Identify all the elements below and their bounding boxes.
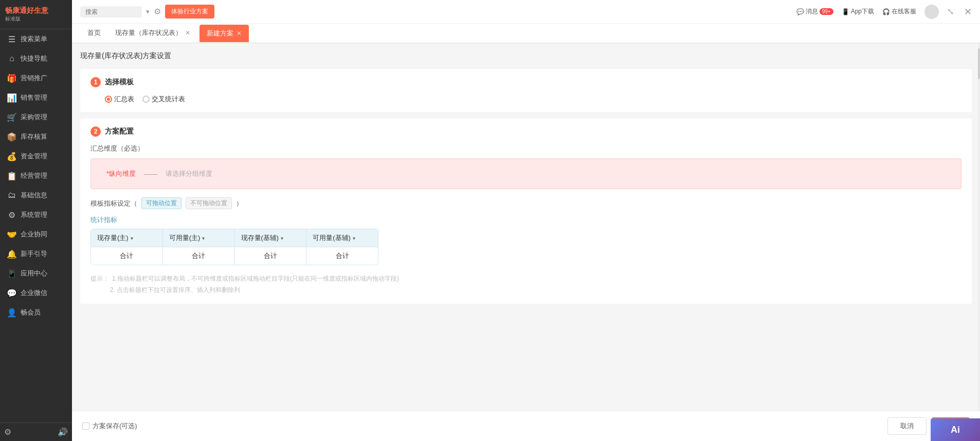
tab-home[interactable]: 首页 (80, 24, 108, 43)
dropdown-icon[interactable]: ▾ (146, 8, 150, 15)
tab-home-label: 首页 (87, 28, 101, 38)
vertical-required: *纵向维度 (106, 169, 136, 178)
app-name: 畅康通好生意 (5, 6, 67, 15)
sidebar-item-label: 快捷导航 (21, 54, 47, 63)
online-service-link[interactable]: 🎧 在线客服 (882, 7, 916, 16)
sidebar: 畅康通好生意 标准版 ☰ 搜索菜单 ⌂ 快捷导航 🎁 营销推广 📊 销售管理 🛒… (0, 0, 72, 441)
stats-data-row: 合计 合计 合计 合计 (91, 247, 378, 265)
page-title: 现存量(库存状况表)方案设置 (80, 51, 972, 61)
chevron-down-col1[interactable]: ▾ (131, 235, 133, 241)
industry-btn[interactable]: 体验行业方案 (165, 5, 214, 19)
chevron-down-col2[interactable]: ▾ (202, 235, 205, 241)
save-option[interactable]: 方案保存(可选) (82, 421, 137, 431)
chevron-down-col3[interactable]: ▾ (281, 235, 283, 241)
section2-title: 方案配置 (105, 127, 134, 136)
tips-section: 提示： 1.拖动标题栏可以调整布局，不可跨维度或指标区域拖动栏目字段(只能在同一… (90, 273, 961, 296)
stats-header-col3[interactable]: 现存量(基辅) ▾ (235, 229, 307, 247)
indicator-settings-row: 模板指标设定（ 可拖动位置 不可拖动位置 ） (90, 197, 961, 209)
search-input[interactable] (80, 6, 142, 17)
stats-header-col1[interactable]: 现存量(主) ▾ (91, 229, 163, 247)
sidebar-footer: ⚙ 🔊 (0, 422, 72, 441)
sidebar-item-label: 企业微信 (21, 288, 47, 298)
ai-label: Ai (951, 425, 960, 435)
ai-badge[interactable]: Ai (931, 418, 980, 441)
section1-header: 1 选择模板 (90, 77, 961, 87)
summary-dimension-label: 汇总维度（必选） (90, 144, 961, 153)
sidebar-item-finance[interactable]: 💰 资金管理 (0, 146, 72, 166)
section-scheme-config: 2 方案配置 汇总维度（必选） *纵向维度 —— 请选择分组维度 模板指标设定（… (80, 118, 972, 304)
sidebar-item-app-center[interactable]: 📱 应用中心 (0, 264, 72, 283)
sidebar-item-basic-info[interactable]: 🗂 基础信息 (0, 186, 72, 205)
scroll-indicator[interactable] (978, 43, 980, 411)
stats-col1-label: 现存量(主) (97, 233, 129, 243)
save-checkbox[interactable] (82, 422, 89, 430)
option-summary[interactable]: 汇总表 (105, 95, 134, 104)
tip-spacer (90, 285, 107, 296)
tab-inventory-close[interactable]: ✕ (185, 29, 190, 36)
indicator-close-paren: ） (236, 199, 243, 208)
message-badge: 99+ (820, 8, 833, 15)
tab-new-scheme[interactable]: 新建方案 ✕ (199, 25, 249, 42)
section1-title: 选择模板 (105, 78, 134, 87)
settings-footer-icon[interactable]: ⚙ (4, 427, 11, 437)
app-download-link[interactable]: 📱 App下载 (842, 7, 874, 16)
radio-cross (142, 96, 150, 103)
sidebar-item-label: 资金管理 (21, 152, 47, 161)
stats-data-col3: 合计 (235, 247, 307, 265)
chevron-down-col4[interactable]: ▾ (353, 235, 355, 241)
tip-line1: 提示： 1.拖动标题栏可以调整布局，不可跨维度或指标区域拖动栏目字段(只能在同一… (90, 273, 961, 285)
tip-text2: 2. 点击标题栏下拉可设置排序、插入列和删除列 (110, 285, 240, 296)
non-draggable-badge: 不可拖动位置 (186, 197, 232, 209)
sidebar-item-label: 基础信息 (21, 191, 47, 200)
indicator-settings-text: 模板指标设定（ (90, 199, 137, 208)
stats-data-col4: 合计 (306, 247, 378, 265)
sidebar-item-cooperation[interactable]: 🤝 企业协同 (0, 225, 72, 244)
stats-header-col2[interactable]: 可用量(主) ▾ (163, 229, 235, 247)
tabbar: 首页 现存量（库存状况表） ✕ 新建方案 ✕ (72, 24, 980, 43)
stats-section: 统计指标 现存量(主) ▾ 可用量(主) ▾ 现存量(基辅) (90, 215, 961, 265)
sidebar-item-sales[interactable]: 📊 销售管理 (0, 88, 72, 107)
sidebar-item-wechat[interactable]: 💬 企业微信 (0, 283, 72, 303)
cancel-button[interactable]: 取消 (887, 417, 927, 435)
sidebar-item-label: 采购管理 (21, 113, 47, 122)
sidebar-item-member[interactable]: 👤 畅会员 (0, 303, 72, 322)
audio-footer-icon[interactable]: 🔊 (58, 427, 68, 437)
vertical-divider: —— (144, 170, 157, 178)
stats-header-col4[interactable]: 可用量(基辅) ▾ (306, 229, 378, 247)
sidebar-item-label: 应用中心 (21, 269, 47, 278)
message-area[interactable]: 💬 消息 99+ (796, 7, 833, 16)
sidebar-item-marketing[interactable]: 🎁 营销推广 (0, 68, 72, 88)
sidebar-item-label: 搜索菜单 (21, 34, 47, 44)
tab-new-close[interactable]: ✕ (237, 30, 242, 37)
stats-table: 现存量(主) ▾ 可用量(主) ▾ 现存量(基辅) ▾ 可用量(基辅) (90, 229, 378, 265)
sidebar-item-newbie[interactable]: 🔔 新手引导 (0, 244, 72, 264)
chat-icon: 💬 (7, 288, 16, 298)
sidebar-item-operations[interactable]: 📋 经营管理 (0, 166, 72, 186)
option-summary-label: 汇总表 (114, 95, 134, 104)
user-avatar[interactable] (924, 5, 939, 19)
cart-icon: 🛒 (7, 113, 16, 122)
sidebar-item-purchase[interactable]: 🛒 采购管理 (0, 107, 72, 127)
folder-icon: 🗂 (7, 191, 16, 200)
tab-inventory-status[interactable]: 现存量（库存状况表） ✕ (108, 24, 197, 43)
sidebar-item-label: 库存核算 (21, 132, 47, 141)
stats-header-row: 现存量(主) ▾ 可用量(主) ▾ 现存量(基辅) ▾ 可用量(基辅) (91, 229, 378, 247)
vertical-placeholder[interactable]: 请选择分组维度 (166, 169, 212, 178)
sidebar-item-system[interactable]: ⚙ 系统管理 (0, 205, 72, 225)
dimension-box: *纵向维度 —— 请选择分组维度 (90, 158, 961, 189)
sidebar-item-search-menu[interactable]: ☰ 搜索菜单 (0, 29, 72, 49)
topbar: ▾ ⚙ 体验行业方案 💬 消息 99+ 📱 App下载 🎧 在线客服 ⤡ ✕ (72, 0, 980, 24)
option-cross[interactable]: 交叉统计表 (142, 95, 185, 104)
box-icon: 📦 (7, 132, 16, 141)
app-version: 标准版 (5, 15, 67, 23)
topbar-expand-icon[interactable]: ⤡ (947, 7, 954, 16)
headphone-icon: 🎧 (882, 8, 890, 15)
sidebar-item-inventory[interactable]: 📦 库存核算 (0, 127, 72, 146)
main-area: ▾ ⚙ 体验行业方案 💬 消息 99+ 📱 App下载 🎧 在线客服 ⤡ ✕ (72, 0, 980, 441)
stats-data-col1: 合计 (91, 247, 163, 265)
sidebar-item-label: 经营管理 (21, 171, 47, 180)
topbar-settings-icon[interactable]: ⚙ (154, 7, 161, 16)
option-cross-label: 交叉统计表 (152, 95, 185, 104)
topbar-close-icon[interactable]: ✕ (964, 6, 972, 17)
sidebar-item-quick-nav[interactable]: ⌂ 快捷导航 (0, 49, 72, 68)
